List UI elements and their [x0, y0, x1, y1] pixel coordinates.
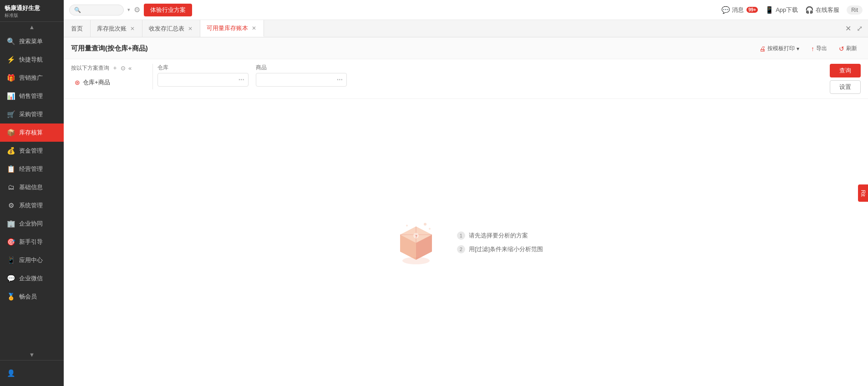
brand-tag: 标准版 [5, 12, 59, 19]
sidebar-item-label-shortcut: 快捷导航 [19, 56, 43, 64]
search-input[interactable] [83, 7, 119, 13]
settings-button[interactable]: 设置 [830, 80, 861, 94]
warehouse-dots-icon[interactable]: ··· [239, 76, 244, 84]
refresh-button[interactable]: ↺ 刷新 [835, 43, 861, 54]
tab-batch-account-label: 库存批次账 [97, 25, 127, 33]
tip-number-2: 2 [457, 245, 465, 253]
scheme-title-text: 按以下方案查询 [71, 64, 109, 72]
sidebar-item-label-finance: 资金管理 [19, 147, 43, 155]
right-handle[interactable]: Rit [858, 184, 868, 202]
empty-tip-2: 2 用[过滤]条件来缩小分析范围 [457, 245, 543, 253]
print-label: 按模板打印 [767, 45, 795, 52]
sidebar-item-marketing[interactable]: 🎁营销推广 [0, 69, 64, 87]
sidebar-item-purchase-mgmt[interactable]: 🛒采购管理 [0, 105, 64, 124]
message-label: 消息 [732, 6, 744, 14]
sidebar-item-label-vip: 畅会员 [19, 293, 37, 301]
message-action[interactable]: 💬 消息 99+ [721, 6, 758, 14]
print-icon: 🖨 [759, 45, 766, 52]
tab-collect-summary-close[interactable]: ✕ [187, 25, 193, 32]
finance-icon: 💰 [6, 147, 15, 155]
app-icon: 📱 [765, 6, 774, 14]
tab-batch-account[interactable]: 库存批次账 ✕ [91, 20, 142, 37]
wechat-icon: 💬 [6, 274, 15, 283]
sidebar-item-operations[interactable]: 📋经营管理 [0, 160, 64, 178]
page-title: 可用量查询(按仓库+商品) [71, 44, 148, 53]
sidebar-item-vip[interactable]: 🏅畅会员 [0, 288, 64, 306]
user-avatar[interactable]: Rit [847, 5, 863, 15]
page-header-actions: 🖨 按模板打印 ▾ ↑ 导出 ↺ 刷新 [756, 43, 861, 54]
sidebar-item-sales-mgmt[interactable]: 📊销售管理 [0, 87, 64, 105]
app-download-action[interactable]: 📱 App下载 [765, 6, 798, 14]
account-icon: 👤 [6, 369, 15, 377]
trial-button[interactable]: 体验行业方案 [144, 4, 192, 16]
scheme-title: 按以下方案查询 ＋ ⊙ « [71, 64, 148, 72]
sidebar-item-newbie[interactable]: 🎯新手引导 [0, 233, 64, 251]
service-action[interactable]: 🎧 在线客服 [805, 6, 839, 14]
tab-collect-summary[interactable]: 收发存汇总表 ✕ [142, 20, 200, 37]
scheme-add-icon[interactable]: ＋ [112, 64, 118, 72]
cube-illustration: ? [391, 217, 441, 268]
tab-home[interactable]: 首页 [64, 20, 91, 37]
sidebar-item-basic-info[interactable]: 🗂基础信息 [0, 178, 64, 196]
empty-illustration: ? [389, 215, 443, 270]
sidebar-item-shortcut[interactable]: ⚡快捷导航 [0, 51, 64, 69]
topbar-chevron-icon[interactable]: ▾ [127, 7, 130, 13]
tab-expand-button[interactable]: ⤢ [855, 23, 864, 34]
tab-close-all-button[interactable]: ✕ [843, 23, 853, 34]
scheme-collapse-icon[interactable]: « [128, 65, 132, 72]
scheme-item-warehouse-goods[interactable]: ⊛ 仓库+商品 [71, 76, 148, 89]
warehouse-input[interactable] [162, 77, 237, 83]
sidebar-item-search[interactable]: 🔍搜索菜单 [0, 32, 64, 51]
export-button[interactable]: ↑ 导出 [807, 43, 831, 54]
scroll-down-btn[interactable]: ▼ [0, 350, 64, 360]
empty-tips: 1 请先选择要分析的方案 2 用[过滤]条件来缩小分析范围 [457, 232, 543, 253]
sidebar-bottom: 👤 [0, 360, 64, 386]
tab-batch-account-close[interactable]: ✕ [129, 25, 136, 32]
sidebar-item-account[interactable]: 👤 [0, 364, 64, 382]
tab-available-notebook[interactable]: 可用量库存账本 ✕ [200, 20, 264, 37]
tab-collect-summary-label: 收发存汇总表 [149, 25, 184, 33]
tabs-bar: 首页 库存批次账 ✕ 收发存汇总表 ✕ 可用量库存账本 ✕ ✕ ⤢ [64, 20, 868, 37]
sidebar-item-finance[interactable]: 💰资金管理 [0, 142, 64, 160]
topbar-right: 💬 消息 99+ 📱 App下载 🎧 在线客服 Rit [721, 5, 863, 15]
tab-home-label: 首页 [71, 25, 83, 33]
goods-input-wrapper[interactable]: ··· [256, 73, 347, 87]
sidebar-item-label-inventory: 库存核算 [19, 129, 43, 137]
tip-text-1: 请先选择要分析的方案 [469, 232, 528, 240]
refresh-label: 刷新 [846, 45, 857, 52]
sidebar-brand: 畅康通好生意 标准版 [0, 0, 64, 22]
sidebar-scroll: 🔍搜索菜单⚡快捷导航🎁营销推广📊销售管理🛒采购管理📦库存核算💰资金管理📋经营管理… [0, 32, 64, 350]
sidebar-item-inventory[interactable]: 📦库存核算 [0, 124, 64, 142]
vip-icon: 🏅 [6, 293, 15, 301]
tab-available-notebook-close[interactable]: ✕ [251, 25, 257, 32]
sidebar-item-label-operations: 经营管理 [19, 165, 43, 173]
scroll-up-btn[interactable]: ▲ [0, 22, 64, 32]
page-content: 可用量查询(按仓库+商品) 🖨 按模板打印 ▾ ↑ 导出 ↺ 刷新 [64, 37, 868, 386]
sidebar-item-label-search: 搜索菜单 [19, 37, 43, 46]
print-chevron-icon: ▾ [797, 46, 799, 52]
operations-icon: 📋 [6, 165, 15, 173]
sidebar-item-app-center[interactable]: 📱应用中心 [0, 251, 64, 269]
empty-state: ? 1 请先选择要分析的方案 2 用[过滤]条件来缩小分析范围 [64, 99, 868, 386]
query-button[interactable]: 查询 [830, 64, 861, 77]
goods-field: 商品 ··· [256, 64, 347, 87]
goods-input[interactable] [260, 77, 335, 83]
sidebar-item-label-app-center: 应用中心 [19, 256, 43, 264]
svg-point-8 [429, 228, 431, 230]
sidebar-item-label-basic-info: 基础信息 [19, 183, 43, 191]
sidebar-item-system[interactable]: ⚙系统管理 [0, 196, 64, 215]
sidebar-item-wechat[interactable]: 💬企业微信 [0, 269, 64, 288]
message-icon: 💬 [721, 6, 730, 14]
svg-point-9 [406, 225, 408, 226]
topbar-gear-icon[interactable]: ⚙ [134, 5, 140, 14]
page-header: 可用量查询(按仓库+商品) 🖨 按模板打印 ▾ ↑ 导出 ↺ 刷新 [64, 37, 868, 59]
goods-dots-icon[interactable]: ··· [337, 76, 343, 84]
scheme-setting-icon[interactable]: ⊙ [121, 65, 126, 72]
sidebar-item-enterprise[interactable]: 🏢企业协同 [0, 215, 64, 233]
warehouse-label: 仓库 [157, 64, 249, 72]
warehouse-input-wrapper[interactable]: ··· [157, 73, 249, 87]
print-template-button[interactable]: 🖨 按模板打印 ▾ [756, 43, 803, 54]
topbar-search-box[interactable]: 🔍 [69, 5, 124, 15]
app-label: App下载 [776, 6, 798, 14]
svg-point-7 [424, 223, 426, 226]
